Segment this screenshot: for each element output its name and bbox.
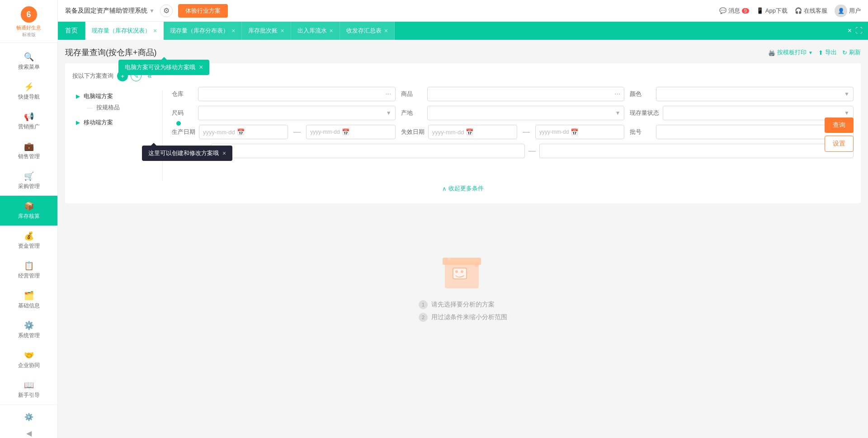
stock-qty-to[interactable] [539,144,854,158]
top-header: 装备及固定资产辅助管理系统 ▼ ⚙ 体验行业方案 💬 消息 9 📱 App下载 … [58,0,868,22]
date-separator: — [292,128,302,136]
main-area: 装备及固定资产辅助管理系统 ▼ ⚙ 体验行业方案 💬 消息 9 📱 App下载 … [58,0,868,438]
scheme-tree: ▶ 电脑端方案 — 按规格品 ▶ 移动端方案 [72,90,163,181]
origin-label: 产地 [401,109,424,117]
sidebar-item-search[interactable]: 🔍 搜索菜单 [0,47,57,76]
size-select[interactable]: ▼ [198,106,396,120]
svg-point-6 [448,258,451,260]
settings-bottom-icon[interactable]: ⚙️ [23,410,35,423]
expire-date-label: 失效日期 [401,128,425,136]
scheme-mobile[interactable]: ▶ 移动端方案 [72,117,155,128]
page-title-bar: 现存量查询(按仓库+商品) 🖨️ 按模板打印 ▼ ⬆ 导出 ↻ 刷新 [65,47,861,58]
prod-date-from-value: yyyy-mm-dd [203,129,235,136]
tab-close-icon[interactable]: × [231,27,235,34]
logo-icon: 6 [21,6,37,23]
tab-close-icon[interactable]: × [330,27,333,34]
sidebar-item-basic[interactable]: 🗂️ 基础信息 [0,285,57,315]
sidebar-item-marketing[interactable]: 📢 营销推广 [0,106,57,136]
sidebar-item-system[interactable]: ⚙️ 系统管理 [0,315,57,345]
step2-label: 用过滤条件来缩小分析范围 [431,313,507,321]
sidebar-item-sales[interactable]: 💼 销售管理 [0,136,57,166]
scheme-sub-label: 按规格品 [96,104,120,112]
logo-area: 6 畅通好生意 标准版 [0,0,57,43]
tab-close-all-icon[interactable]: × [848,27,852,35]
tab-fullscreen-icon[interactable]: ⛶ [855,27,863,35]
export-btn[interactable]: ⬆ 导出 [818,48,837,57]
scheme-tooltip-text: 电脑方案可设为移动方案哦 [125,63,195,71]
user-action[interactable]: 👤 用户 [835,5,861,17]
tab-flow[interactable]: 出入库流水 × [291,22,340,40]
message-action[interactable]: 💬 消息 9 [719,7,749,15]
batch-input[interactable] [656,125,854,139]
collapse-label: 收起更多条件 [448,184,484,193]
settings-button[interactable]: ⚙ [160,5,173,17]
support-action[interactable]: 🎧 在线客服 [795,7,827,15]
purchase-icon: 🛒 [24,171,34,181]
tab-home[interactable]: 首页 [58,22,85,40]
logo-name: 畅通好生意 [16,24,41,31]
origin-select[interactable]: ▼ [427,106,625,120]
tab-receive-summary[interactable]: 收发存汇总表 × [340,22,395,40]
sidebar-item-enterprise[interactable]: 🤝 企业协同 [0,345,57,375]
message-icon: 💬 [719,7,726,14]
dropdown-arrow-origin: ▼ [615,110,620,116]
operations-icon: 📋 [24,261,34,271]
sidebar-item-label: 快捷导航 [18,93,40,101]
stock-qty-from[interactable] [211,144,525,158]
app-download-label: App下载 [765,7,788,15]
sidebar-item-label: 基础信息 [18,302,40,310]
print-btn[interactable]: 🖨️ 按模板打印 ▼ [768,48,813,57]
filter-row-2: 尺码 ▼ 产地 ▼ 现存量状态 [172,106,854,120]
svg-point-5 [474,263,479,267]
collapse-row: ∧ 收起更多条件 [72,181,854,196]
system-title-select[interactable]: 装备及固定资产辅助管理系统 ▼ [65,7,155,15]
sidebar-item-guide[interactable]: 📖 新手引导 [0,375,57,405]
export-icon: ⬆ [818,49,823,56]
sidebar-item-purchase[interactable]: 🛒 采购管理 [0,166,57,196]
tab-batch-ledger[interactable]: 库存批次账 × [242,22,291,40]
scheme-desktop-item[interactable]: — 按规格品 [83,102,155,113]
color-select[interactable]: ▼ [656,87,854,101]
sidebar-item-operations[interactable]: 📋 经营管理 [0,255,57,285]
sidebar-item-inventory[interactable]: 📦 库存核算 [0,196,57,226]
scheme-tooltip-close[interactable]: × [199,63,203,71]
tab-inventory-dist[interactable]: 现存量（库存分布表） × [164,22,242,40]
expire-date-from[interactable]: yyyy-mm-dd 📅 [428,125,517,139]
prod-date-from[interactable]: yyyy-mm-dd 📅 [199,125,288,139]
scheme-sub-dash: — [87,104,93,111]
headset-icon: 🎧 [795,7,802,14]
reset-btn[interactable]: 设置 [825,136,854,152]
tab-inventory-status[interactable]: 现存量（库存状况表） × [85,22,164,40]
collapse-btn[interactable]: ∧ 收起更多条件 [442,184,484,193]
query-btn[interactable]: 查询 [825,118,854,133]
tab-close-icon[interactable]: × [280,27,284,34]
refresh-btn[interactable]: ↻ 刷新 [842,48,861,57]
scheme-desktop[interactable]: ▶ 电脑端方案 [72,90,155,102]
dots-icon[interactable]: ··· [385,90,391,98]
dropdown-arrow-icon: ▼ [844,91,849,97]
expire-date-to[interactable]: yyyy-mm-dd 📅 [535,125,624,139]
tab-label: 现存量（库存分布表） [170,27,229,35]
export-label: 导出 [825,48,837,57]
sidebar-nav: 🔍 搜索菜单 ⚡ 快捷导航 📢 营销推广 💼 销售管理 🛒 采购管理 📦 库存核… [0,43,57,405]
create-tooltip-close[interactable]: × [222,150,226,157]
scheme-mobile-label: 移动端方案 [84,118,113,127]
sidebar-item-label: 系统管理 [18,332,40,339]
tab-close-icon[interactable]: × [153,27,157,34]
stock-status-label: 现存量状态 [630,109,659,117]
trial-btn[interactable]: 体验行业方案 [178,4,228,18]
tab-bar: 首页 现存量（库存状况表） × 现存量（库存分布表） × 库存批次账 × 出入库… [58,22,868,40]
app-download-action[interactable]: 📱 App下载 [756,7,788,15]
sidebar: 6 畅通好生意 标准版 🔍 搜索菜单 ⚡ 快捷导航 📢 营销推广 💼 销售管理 … [0,0,58,438]
warehouse-select[interactable]: ··· [198,87,396,101]
tab-close-icon[interactable]: × [384,27,388,34]
sidebar-item-quick[interactable]: ⚡ 快捷导航 [0,76,57,106]
goods-select[interactable]: ··· [427,87,625,101]
sidebar-item-finance[interactable]: 💰 资金管理 [0,226,57,255]
prod-date-to[interactable]: yyyy-mm-dd 📅 [306,125,395,139]
dots-icon-goods[interactable]: ··· [614,90,620,98]
collapse-sidebar-icon[interactable]: ◀ [23,427,35,438]
field-prod-date: 生产日期 yyyy-mm-dd 📅 — yyyy-mm-dd 📅 [172,125,396,139]
page-title: 现存量查询(按仓库+商品) [65,47,157,58]
filter-row-3: 生产日期 yyyy-mm-dd 📅 — yyyy-mm-dd 📅 失效日期 [172,125,854,139]
